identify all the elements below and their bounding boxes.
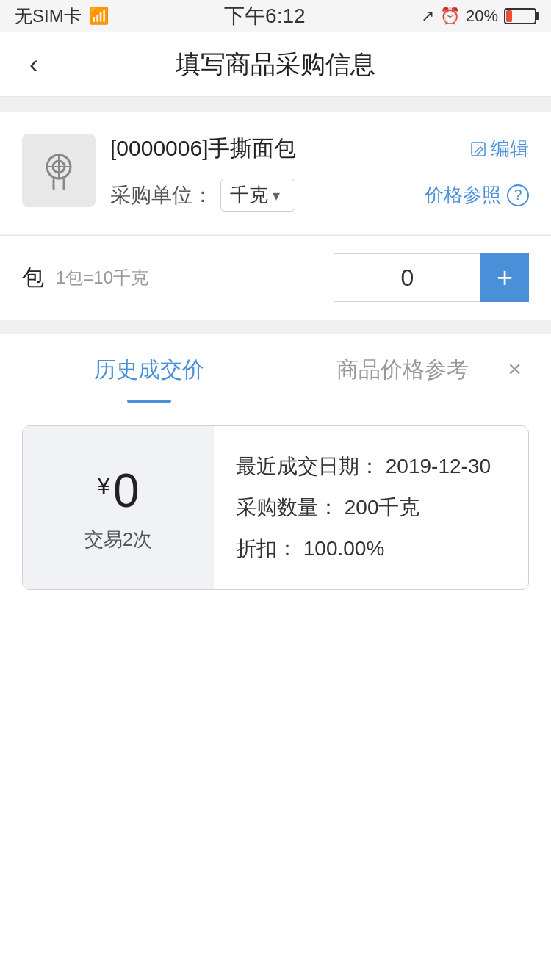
tab-close-button[interactable]: ×	[500, 347, 529, 389]
product-card: [0000006]手撕面包 编辑 采购单位： 千克 ▾ 价格参照 ?	[0, 112, 551, 234]
quantity-conversion: 1包=10千克	[56, 266, 148, 289]
tabs-header: 历史成交价 商品价格参考 ×	[0, 334, 551, 403]
plus-icon: +	[497, 262, 513, 294]
dropdown-arrow-icon: ▾	[273, 187, 280, 204]
history-content: ¥ 0 交易2次 最近成交日期： 2019-12-30 采购数量： 200千克 …	[0, 403, 551, 612]
history-card: ¥ 0 交易2次 最近成交日期： 2019-12-30 采购数量： 200千克 …	[22, 425, 529, 590]
recent-date-row: 最近成交日期： 2019-12-30	[236, 453, 506, 480]
help-icon: ?	[507, 184, 529, 206]
quantity-plus-button[interactable]: +	[480, 253, 529, 302]
alarm-icon: ⏰	[440, 7, 460, 26]
product-image	[22, 134, 96, 207]
page-title: 填写商品采购信息	[176, 48, 375, 82]
location-icon: ↗	[421, 7, 434, 26]
price-symbol: ¥	[97, 472, 110, 500]
unit-prefix: 采购单位：	[110, 181, 213, 209]
battery-percent: 20%	[466, 7, 498, 26]
price-amount: 0	[113, 464, 140, 518]
tabs-section: 历史成交价 商品价格参考 × ¥ 0 交易2次 最近成交日期： 2019-12-…	[0, 334, 551, 612]
wifi-icon: 📶	[89, 7, 109, 26]
discount-row: 折扣： 100.00%	[236, 535, 506, 563]
battery-fill	[506, 10, 512, 22]
quantity-label-group: 包 1包=10千克	[22, 263, 148, 293]
unit-value: 千克	[230, 182, 268, 208]
quantity-section: 包 1包=10千克 0 +	[0, 235, 551, 320]
recent-date-label: 最近成交日期：	[236, 455, 380, 478]
quantity-label: 采购数量：	[236, 496, 339, 519]
recent-date-value: 2019-12-30	[386, 455, 491, 478]
status-left: 无SIM卡 📶	[15, 4, 109, 28]
quantity-input[interactable]: 0	[334, 253, 480, 302]
unit-row: 采购单位： 千克 ▾ 价格参照 ?	[110, 179, 529, 212]
battery-indicator	[504, 8, 536, 24]
tab-history-price[interactable]: 历史成交价	[22, 334, 276, 403]
back-button[interactable]: ‹	[22, 42, 46, 87]
quantity-controls: 0 +	[334, 253, 529, 302]
tab-product-price-ref[interactable]: 商品价格参考	[276, 334, 529, 403]
history-price-display: ¥ 0	[97, 464, 139, 518]
quantity-detail-value: 200千克	[345, 496, 420, 519]
status-bar: 无SIM卡 📶 下午6:12 ↗ ⏰ 20%	[0, 0, 551, 32]
unit-label: 采购单位： 千克 ▾	[110, 179, 295, 212]
lower-empty-area	[0, 612, 551, 980]
discount-value: 100.00%	[303, 537, 385, 560]
carrier-text: 无SIM卡	[15, 4, 82, 28]
product-name: [0000006]手撕面包	[110, 134, 296, 164]
price-reference-button[interactable]: 价格参照 ?	[425, 182, 529, 208]
page-header: ‹ 填写商品采购信息	[0, 32, 551, 97]
edit-label: 编辑	[491, 136, 529, 162]
purchase-quantity-row: 采购数量： 200千克	[236, 494, 506, 522]
history-details-right: 最近成交日期： 2019-12-30 采购数量： 200千克 折扣： 100.0…	[214, 426, 528, 589]
unit-select[interactable]: 千克 ▾	[220, 179, 295, 212]
product-info: [0000006]手撕面包 编辑 采购单位： 千克 ▾ 价格参照 ?	[110, 134, 529, 212]
quantity-unit: 包	[22, 263, 44, 293]
trade-count: 交易2次	[84, 527, 152, 552]
status-right: ↗ ⏰ 20%	[421, 7, 536, 26]
price-ref-label: 价格参照	[425, 182, 501, 208]
status-time: 下午6:12	[224, 2, 306, 30]
edit-button[interactable]: 编辑	[470, 136, 529, 162]
discount-label: 折扣：	[236, 537, 298, 560]
product-header-row: [0000006]手撕面包 编辑	[110, 134, 529, 164]
history-price-left: ¥ 0 交易2次	[23, 426, 214, 589]
quantity-value: 0	[401, 264, 414, 292]
